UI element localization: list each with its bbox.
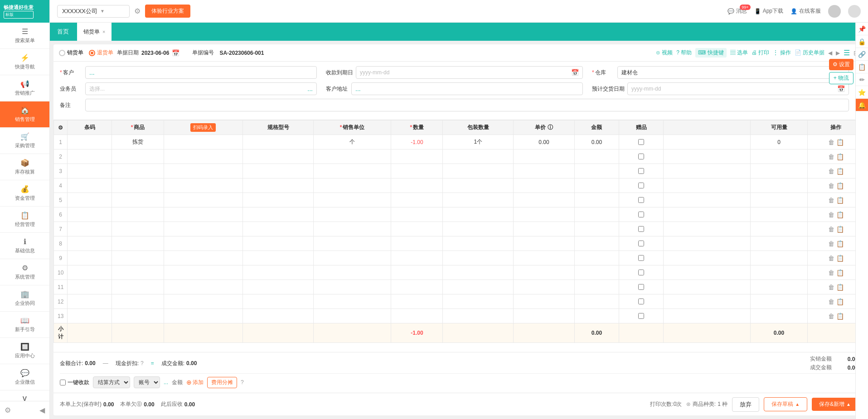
operation-link[interactable]: ⋮ 操作 — [773, 49, 790, 57]
right-panel-link[interactable]: 🔗 — [856, 48, 868, 61]
print-link[interactable]: 🖨 打印 — [752, 49, 769, 57]
warehouse-input[interactable]: 建材仓 ... — [617, 66, 849, 79]
nav-prev-icon[interactable]: ◀ — [828, 50, 832, 56]
gift-checkbox[interactable] — [638, 313, 644, 319]
delete-row-icon[interactable]: 🗑 — [828, 211, 834, 218]
copy-row-icon[interactable]: 📋 — [836, 139, 844, 146]
radio-return-order[interactable]: 退货单 — [89, 49, 113, 57]
row-product[interactable] — [112, 149, 164, 164]
account-dots[interactable]: ... — [164, 379, 168, 385]
sidebar-item-vip[interactable]: V 畅会员 — [0, 390, 49, 401]
row-price[interactable] — [514, 149, 575, 164]
radio-sale-order[interactable]: 销货单 — [59, 49, 83, 57]
tab-sales-order[interactable]: 销货单 × — [77, 23, 112, 41]
delete-row-icon[interactable]: 🗑 — [828, 255, 834, 262]
sidebar-item-basic[interactable]: ℹ 基础信息 — [0, 233, 49, 259]
delete-row-icon[interactable]: 🗑 — [828, 240, 834, 247]
gift-checkbox[interactable] — [638, 299, 644, 304]
copy-row-icon[interactable]: 📋 — [836, 255, 844, 262]
save-new-button[interactable]: 保存&新增 ▲ — [812, 398, 858, 411]
row-qty[interactable]: -1.00 — [391, 135, 443, 149]
date-calendar-icon[interactable]: 📅 — [172, 49, 179, 57]
sidebar-item-wechat[interactable]: 💬 企业微信 — [0, 364, 49, 390]
one-key-collect[interactable]: 一键收款 — [60, 379, 89, 386]
account-select[interactable]: 账号 — [134, 376, 160, 388]
copy-row-icon[interactable]: 📋 — [836, 240, 844, 247]
sidebar-item-sales[interactable]: 🏠 销售管理 — [0, 101, 49, 128]
delete-row-icon[interactable]: 🗑 — [828, 313, 834, 320]
delete-row-icon[interactable]: 🗑 — [828, 226, 834, 233]
gift-checkbox[interactable] — [638, 212, 644, 217]
sidebar-item-system[interactable]: ⚙ 系统管理 — [0, 259, 49, 285]
tab-home[interactable]: 首页 — [50, 23, 76, 41]
row-unit[interactable]: 个 — [313, 135, 391, 149]
online-service-item[interactable]: 👤 在线客服 — [790, 7, 821, 15]
gift-checkbox[interactable] — [638, 284, 644, 290]
sidebar-item-capital[interactable]: 💰 资金管理 — [0, 180, 49, 207]
scan-btn[interactable]: 扫码录入 — [190, 123, 216, 132]
delete-row-icon[interactable]: 🗑 — [828, 197, 834, 204]
gift-checkbox[interactable] — [638, 183, 644, 188]
sidebar-item-quick-nav[interactable]: ⚡ 快捷导航 — [0, 49, 49, 75]
right-panel-edit[interactable]: ✏ — [856, 73, 868, 86]
sidebar-item-inventory[interactable]: 📦 库存核算 — [0, 154, 49, 180]
gift-checkbox[interactable] — [638, 168, 644, 174]
one-key-checkbox[interactable] — [60, 380, 66, 385]
sidebar-item-purchase[interactable]: 🛒 采购管理 — [0, 128, 49, 154]
row-amount[interactable]: 0.00 — [574, 135, 619, 149]
right-panel-pin[interactable]: 📌 — [856, 23, 868, 35]
right-panel-copy[interactable]: 📋 — [856, 61, 868, 73]
expense-help-icon[interactable]: ? — [241, 379, 244, 385]
right-panel-star[interactable]: ⭐ — [856, 86, 868, 99]
save-draft-button[interactable]: 保存草稿 ▲ — [764, 397, 807, 411]
delete-row-icon[interactable]: 🗑 — [828, 153, 834, 160]
discard-button[interactable]: 放弃 — [732, 397, 759, 412]
collapse-icon[interactable]: ◀ — [39, 406, 45, 414]
gift-checkbox[interactable] — [638, 241, 644, 246]
expected-delivery-input[interactable]: yyyy-mm-dd 📅 — [627, 82, 849, 95]
sidebar-item-guide[interactable]: 📖 新手引导 — [0, 312, 49, 338]
add-payment-btn[interactable]: ⊕ 添加 — [186, 379, 204, 386]
copy-row-icon[interactable]: 📋 — [836, 284, 844, 291]
gift-checkbox[interactable] — [638, 226, 644, 232]
sidebar-item-search[interactable]: ☰ 搜索菜单 — [0, 23, 49, 49]
nav-next-icon[interactable]: ▶ — [836, 50, 840, 56]
message-icon-item[interactable]: 💬 消息 99+ — [727, 7, 747, 15]
row-gift[interactable] — [619, 149, 664, 164]
customer-input[interactable]: ... — [85, 66, 317, 79]
row-product[interactable]: 拣货 — [112, 135, 164, 149]
list-view-icon[interactable]: ☰ — [844, 48, 850, 57]
copy-row-icon[interactable]: 📋 — [836, 211, 844, 218]
expense-split-btn[interactable]: 费用分摊 — [207, 377, 237, 388]
copy-row-icon[interactable]: 📋 — [836, 269, 844, 276]
delete-row-icon[interactable]: 🗑 — [828, 298, 834, 305]
customer-addr-input[interactable]: ... — [351, 82, 583, 95]
row-amount[interactable] — [574, 149, 619, 164]
gift-checkbox[interactable] — [638, 255, 644, 261]
history-link[interactable]: 📄 历史单据 — [795, 49, 824, 57]
salesperson-input[interactable]: 选择... ... — [85, 82, 317, 95]
app-download-item[interactable]: 📱 App下载 — [754, 7, 783, 15]
sidebar-item-enterprise[interactable]: 🏢 企业协同 — [0, 285, 49, 312]
delete-row-icon[interactable]: 🗑 — [828, 182, 834, 189]
sidebar-item-operation[interactable]: 📋 经营管理 — [0, 207, 49, 233]
row-pkg-qty[interactable] — [443, 149, 514, 164]
row-spec[interactable] — [243, 149, 314, 164]
logistics-float-btn[interactable]: + 物流 — [829, 72, 853, 84]
row-spec[interactable] — [243, 135, 314, 149]
sidebar-item-marketing[interactable]: 📢 营销推广 — [0, 75, 49, 101]
delete-row-icon[interactable]: 🗑 — [828, 139, 834, 146]
discount-help-icon[interactable]: ? — [141, 360, 144, 366]
copy-row-icon[interactable]: 📋 — [836, 197, 844, 204]
copy-row-icon[interactable]: 📋 — [836, 168, 844, 175]
remark-input[interactable] — [85, 99, 849, 111]
col-settings[interactable]: ⚙ — [54, 120, 68, 135]
video-link[interactable]: ⊙ 视频 — [656, 49, 673, 57]
settings-gear-icon[interactable]: ⚙ — [134, 7, 141, 15]
gift-checkbox[interactable] — [638, 154, 644, 159]
right-panel-alert[interactable]: 🔔 — [856, 99, 868, 111]
sidebar-item-apps[interactable]: 🔲 应用中心 — [0, 338, 49, 364]
help-link[interactable]: ? 帮助 — [676, 49, 692, 57]
delete-row-icon[interactable]: 🗑 — [828, 284, 834, 291]
copy-row-icon[interactable]: 📋 — [836, 313, 844, 320]
